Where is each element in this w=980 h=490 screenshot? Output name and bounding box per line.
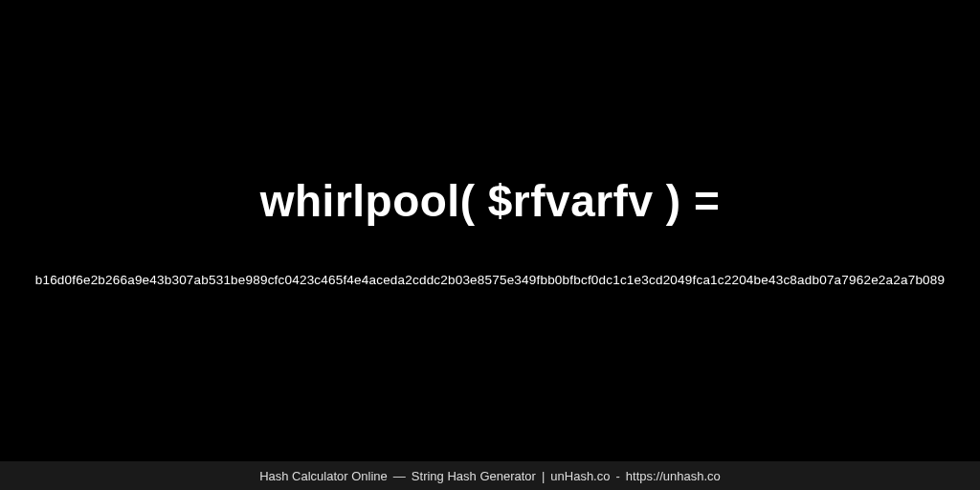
footer-text-calculator: Hash Calculator Online <box>259 469 388 483</box>
footer-separator-pipe: | <box>542 469 545 483</box>
footer-site-name: unHash.co <box>550 469 610 483</box>
footer-text-generator: String Hash Generator <box>412 469 536 483</box>
footer-bar: Hash Calculator Online — String Hash Gen… <box>0 461 980 490</box>
footer-site-url: https://unhash.co <box>626 469 721 483</box>
hash-output-value: b16d0f6e2b266a9e43b307ab531be989cfc0423c… <box>35 273 945 287</box>
footer-separator-hyphen: - <box>615 469 619 483</box>
hash-expression-title: whirlpool( $rfvarfv ) = <box>260 175 721 227</box>
main-content: whirlpool( $rfvarfv ) = b16d0f6e2b266a9e… <box>0 0 980 461</box>
footer-separator-dash: — <box>393 469 406 483</box>
